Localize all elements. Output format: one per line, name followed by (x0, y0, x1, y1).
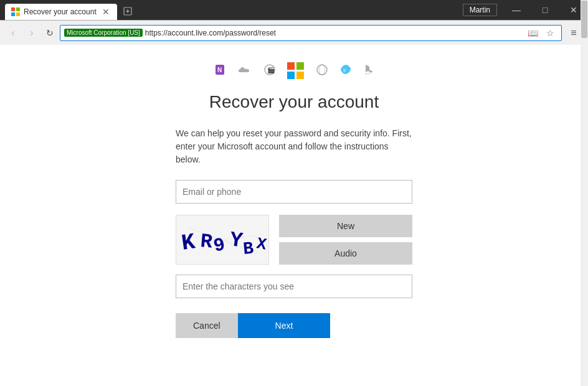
onenote-icon: N (214, 64, 226, 79)
maximize-button[interactable]: □ (531, 0, 559, 20)
svg-text:B: B (242, 239, 255, 259)
captcha-section: K R 9 Y B X New Audio (176, 215, 412, 265)
description-text: We can help you reset your password and … (176, 127, 412, 166)
skype-icon: s (339, 64, 352, 79)
captcha-new-button[interactable]: New (279, 215, 412, 237)
svg-rect-0 (11, 7, 15, 11)
captcha-image: K R 9 Y B X (176, 215, 269, 265)
maximize-icon: □ (543, 5, 548, 15)
tab-favicon (11, 7, 20, 16)
svg-text:s: s (343, 67, 346, 73)
button-row: Cancel Next (176, 313, 412, 338)
xbox-icon (316, 64, 328, 79)
window-controls: Martin — □ ✕ (463, 0, 588, 20)
back-arrow-icon: ‹ (11, 27, 14, 39)
minimize-button[interactable]: — (502, 0, 531, 20)
tab-close-button[interactable]: ✕ (101, 7, 111, 17)
captcha-audio-button[interactable]: Audio (279, 242, 412, 265)
address-input[interactable]: Microsoft Corporation [US] https://accou… (60, 25, 562, 41)
window-chrome: Recover your account ✕ Martin — □ (0, 0, 588, 386)
page-content: N 🎬 (0, 45, 588, 386)
scrollbar-thumb[interactable] (581, 1, 587, 38)
email-input[interactable] (176, 180, 412, 204)
captcha-buttons: New Audio (279, 215, 412, 265)
svg-rect-2 (11, 12, 15, 16)
scrollbar[interactable] (581, 0, 588, 386)
video-icon: 🎬 (263, 64, 276, 79)
refresh-button[interactable]: ↻ (42, 26, 57, 40)
refresh-icon: ↻ (46, 28, 54, 38)
tab-title: Recover your account (24, 7, 97, 16)
star-icon[interactable]: ☆ (543, 26, 557, 40)
url-text: https://account.live.com/password/reset (145, 29, 523, 37)
captcha-input[interactable] (176, 275, 412, 298)
address-bar: ‹ › ↻ Microsoft Corporation [US] https:/… (0, 20, 588, 45)
bing-icon (363, 64, 374, 79)
svg-rect-1 (16, 7, 20, 11)
svg-rect-3 (16, 12, 20, 16)
forward-arrow-icon: › (30, 27, 33, 39)
close-icon: ✕ (570, 5, 577, 15)
active-tab[interactable]: Recover your account ✕ (5, 4, 117, 20)
secure-badge: Microsoft Corporation [US] (64, 29, 143, 37)
svg-point-12 (319, 65, 325, 75)
ms-icons-row: N 🎬 (214, 62, 374, 80)
cancel-button[interactable]: Cancel (176, 313, 238, 338)
title-bar: Recover your account ✕ Martin — □ (0, 0, 588, 20)
svg-point-11 (317, 65, 327, 75)
captcha-input-row (176, 275, 412, 298)
svg-text:N: N (217, 67, 222, 73)
tab-strip: Recover your account ✕ (5, 0, 137, 20)
minimize-icon: — (512, 5, 521, 15)
microsoft-logo (287, 62, 305, 80)
user-label: Martin (463, 4, 497, 16)
forward-button[interactable]: › (24, 25, 40, 41)
next-button[interactable]: Next (238, 313, 331, 338)
back-button[interactable]: ‹ (5, 25, 21, 41)
onedrive-icon (237, 65, 252, 78)
new-tab-button[interactable] (120, 4, 137, 20)
svg-text:🎬: 🎬 (267, 66, 275, 74)
reader-icon[interactable]: 📖 (525, 26, 540, 40)
main-content: Recover your account We can help you res… (82, 92, 506, 338)
page-title: Recover your account (209, 92, 379, 112)
